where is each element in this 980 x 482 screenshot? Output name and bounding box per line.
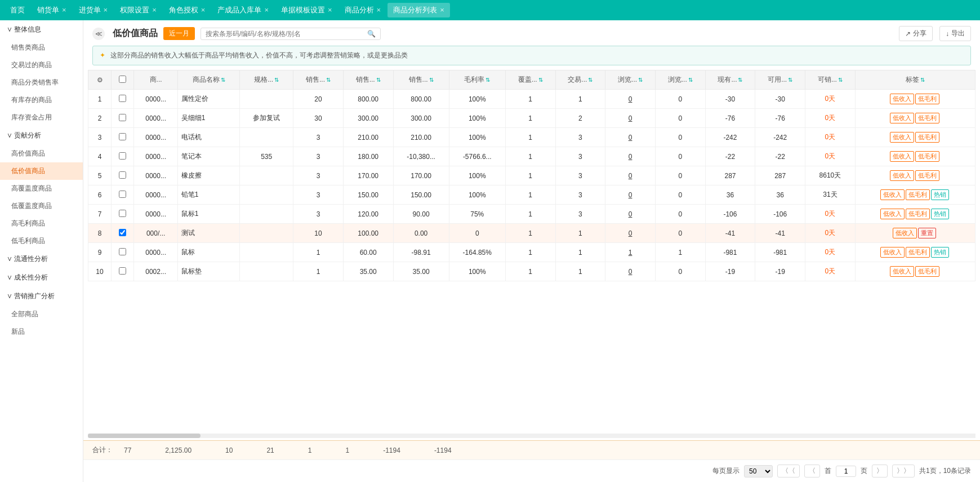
scrollbar-area[interactable] xyxy=(88,434,975,438)
col-header-margin[interactable]: 毛利率⇅ xyxy=(449,70,505,90)
col-header-code[interactable]: 商... xyxy=(134,70,177,90)
cell-checkbox[interactable] xyxy=(112,262,134,281)
sidebar-item-有库存的商品[interactable]: 有库存的商品 xyxy=(0,91,83,109)
sidebar-group-∨ 流通性分析[interactable]: ∨ 流通性分析 xyxy=(0,250,83,268)
nav-item-权限设置[interactable]: 权限设置× xyxy=(114,3,162,17)
row-checkbox[interactable] xyxy=(119,152,126,160)
collapse-sidebar-btn[interactable]: ≪ xyxy=(92,28,105,40)
page-input[interactable] xyxy=(836,466,856,477)
cell-checkbox[interactable] xyxy=(112,90,134,109)
row-checkbox[interactable] xyxy=(119,267,126,275)
cell-avail: -981 xyxy=(755,243,805,262)
close-tab-icon[interactable]: × xyxy=(152,6,157,14)
sidebar-item-新品[interactable]: 新品 xyxy=(0,323,83,341)
col-header-sale_avg[interactable]: 销售...⇅ xyxy=(393,70,449,90)
close-tab-icon[interactable]: × xyxy=(440,6,444,14)
cell-checkbox[interactable] xyxy=(112,147,134,166)
prev-page-btn[interactable]: 〈 xyxy=(804,465,820,477)
nav-item-单据模板设置[interactable]: 单据模板设置× xyxy=(275,3,338,17)
first-page-btn[interactable]: 〈〈 xyxy=(777,465,800,477)
cell-sellable: 0天 xyxy=(805,262,856,281)
row-checkbox[interactable] xyxy=(119,171,126,179)
nav-item-首页[interactable]: 首页 xyxy=(5,3,30,17)
nav-item-进货单[interactable]: 进货单× xyxy=(73,3,114,17)
row-checkbox[interactable] xyxy=(119,210,126,217)
search-icon[interactable]: 🔍 xyxy=(367,30,376,38)
close-tab-icon[interactable]: × xyxy=(104,6,108,14)
cell-qty: 3 xyxy=(293,185,344,205)
col-header-stock[interactable]: 现有...⇅ xyxy=(705,70,755,90)
sidebar-item-低价值商品[interactable]: 低价值商品 xyxy=(0,162,83,180)
col-header-spec[interactable]: 规格...⇅ xyxy=(240,70,293,90)
view-link[interactable]: 0 xyxy=(629,268,632,276)
nav-item-商品分析列表[interactable]: 商品分析列表× xyxy=(387,3,450,17)
sidebar-group-∨ 成长性分析[interactable]: ∨ 成长性分析 xyxy=(0,268,83,287)
row-checkbox[interactable] xyxy=(119,114,126,121)
last-page-btn[interactable]: 〉〉 xyxy=(892,465,915,477)
sidebar-item-全部商品[interactable]: 全部商品 xyxy=(0,306,83,323)
next-page-btn[interactable]: 〉 xyxy=(872,465,888,477)
settings-icon[interactable]: ⚙ xyxy=(97,76,103,84)
sidebar-item-交易过的商品[interactable]: 交易过的商品 xyxy=(0,56,83,74)
share-button[interactable]: ↗ 分享 xyxy=(899,26,933,41)
view-link[interactable]: 0 xyxy=(629,95,632,103)
row-checkbox[interactable] xyxy=(119,191,126,198)
view-link[interactable]: 0 xyxy=(629,229,632,237)
close-tab-icon[interactable]: × xyxy=(62,6,66,14)
close-tab-icon[interactable]: × xyxy=(201,6,206,14)
view-link[interactable]: 0 xyxy=(629,134,632,141)
cell-checkbox[interactable] xyxy=(112,224,134,243)
nav-item-产成品入库单[interactable]: 产成品入库单× xyxy=(212,3,274,17)
nav-item-销货单[interactable]: 销货单× xyxy=(32,3,72,17)
cell-sale_avg: 210.00 xyxy=(393,128,449,147)
row-checkbox[interactable] xyxy=(119,229,126,236)
row-checkbox[interactable] xyxy=(119,248,126,255)
cell-checkbox[interactable] xyxy=(112,109,134,128)
select-all-checkbox[interactable] xyxy=(119,76,126,83)
view-link[interactable]: 0 xyxy=(629,172,632,180)
cell-checkbox[interactable] xyxy=(112,128,134,147)
col-header-sellable[interactable]: 可销...⇅ xyxy=(805,70,856,90)
col-header-coverage[interactable]: 覆盖...⇅ xyxy=(505,70,555,90)
sidebar-item-库存资金占用[interactable]: 库存资金占用 xyxy=(0,109,83,126)
sidebar-group-∨ 整体信息[interactable]: ∨ 整体信息 xyxy=(0,20,83,39)
scrollbar-thumb[interactable] xyxy=(88,434,201,438)
col-header-view2[interactable]: 浏览...⇅ xyxy=(655,70,705,90)
col-header-name[interactable]: 商品名称⇅ xyxy=(177,70,239,90)
cell-checkbox[interactable] xyxy=(112,243,134,262)
search-input[interactable] xyxy=(206,30,365,38)
sidebar-group-∨ 营销推广分析[interactable]: ∨ 营销推广分析 xyxy=(0,287,83,306)
col-header-tags[interactable]: 标签⇅ xyxy=(855,70,975,90)
view-link[interactable]: 1 xyxy=(629,249,632,257)
sidebar-item-低覆盖度商品[interactable]: 低覆盖度商品 xyxy=(0,197,83,215)
sidebar-item-低毛利商品[interactable]: 低毛利商品 xyxy=(0,232,83,250)
filter-button[interactable]: 近一月 xyxy=(163,27,195,40)
per-page-select[interactable]: 50 100 200 xyxy=(744,465,773,477)
close-tab-icon[interactable]: × xyxy=(264,6,269,14)
col-header-sale_amt[interactable]: 销售...⇅ xyxy=(343,70,393,90)
cell-checkbox[interactable] xyxy=(112,205,134,224)
cell-checkbox[interactable] xyxy=(112,166,134,185)
sidebar-item-高覆盖度商品[interactable]: 高覆盖度商品 xyxy=(0,180,83,197)
col-header-qty[interactable]: 销售...⇅ xyxy=(293,70,344,90)
close-tab-icon[interactable]: × xyxy=(328,6,332,14)
row-checkbox[interactable] xyxy=(119,133,126,140)
sidebar-item-销售类商品[interactable]: 销售类商品 xyxy=(0,39,83,56)
view-link[interactable]: 0 xyxy=(629,191,632,199)
cell-checkbox[interactable] xyxy=(112,185,134,205)
export-button[interactable]: ↓ 导出 xyxy=(939,26,971,41)
view-link[interactable]: 0 xyxy=(629,114,632,122)
sidebar-item-高毛利商品[interactable]: 高毛利商品 xyxy=(0,215,83,232)
view-link[interactable]: 0 xyxy=(629,153,632,161)
sidebar-item-高价值商品[interactable]: 高价值商品 xyxy=(0,145,83,162)
sidebar-item-商品分类销售率[interactable]: 商品分类销售率 xyxy=(0,74,83,91)
close-tab-icon[interactable]: × xyxy=(377,6,381,14)
col-header-view1[interactable]: 浏览...⇅ xyxy=(605,70,656,90)
row-checkbox[interactable] xyxy=(119,95,126,102)
nav-item-商品分析[interactable]: 商品分析× xyxy=(339,3,387,17)
view-link[interactable]: 0 xyxy=(629,210,632,218)
nav-item-角色授权[interactable]: 角色授权× xyxy=(163,3,211,17)
col-header-avail[interactable]: 可用...⇅ xyxy=(755,70,805,90)
col-header-trans[interactable]: 交易...⇅ xyxy=(555,70,605,90)
sidebar-group-∨ 贡献分析[interactable]: ∨ 贡献分析 xyxy=(0,126,83,145)
